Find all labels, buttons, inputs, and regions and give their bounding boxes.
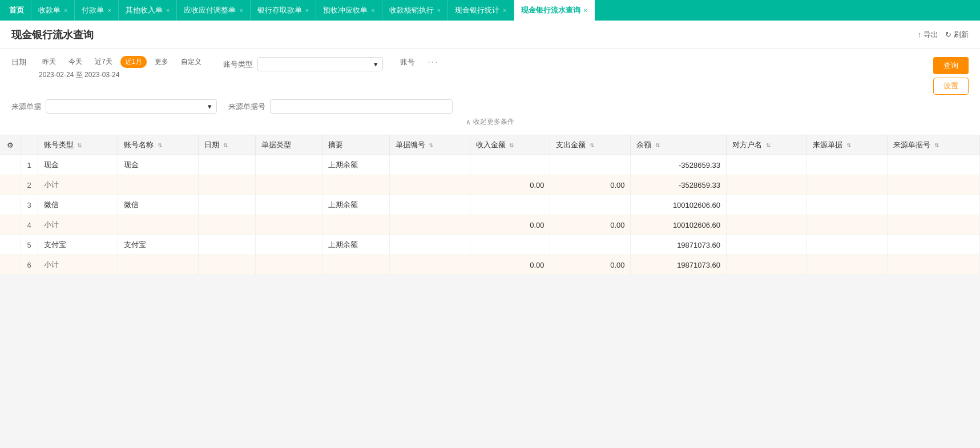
close-icon[interactable]: ×: [371, 7, 374, 14]
nav-tab-advance[interactable]: 预收冲应收单 ×: [316, 0, 382, 21]
th-counterparty[interactable]: 对方户名 ⇅: [727, 135, 807, 155]
account-type-filter: 账号类型 ▾: [223, 57, 383, 71]
collapse-bar[interactable]: ∧ 收起更多条件: [11, 114, 969, 128]
page-title: 现金银行流水查询: [11, 28, 94, 42]
close-icon[interactable]: ×: [239, 7, 243, 14]
close-icon[interactable]: ×: [503, 7, 506, 14]
close-icon[interactable]: ×: [305, 7, 309, 14]
th-doc-no[interactable]: 单据编号 ⇅: [389, 135, 470, 155]
table-row[interactable]: 1现金现金上期余额-3528659.33: [0, 155, 980, 175]
export-button[interactable]: ↑ 导出: [918, 30, 939, 40]
date-options: 昨天 今天 近7天 近1月 更多 自定义: [38, 56, 206, 68]
th-income[interactable]: 收入金额 ⇅: [470, 135, 550, 155]
nav-tab-verify[interactable]: 收款核销执行 ×: [382, 0, 448, 21]
refresh-icon: ↻: [945, 30, 951, 39]
close-icon[interactable]: ×: [437, 7, 441, 14]
th-date[interactable]: 日期 ⇅: [199, 135, 255, 155]
source-doc-label: 来源单据: [11, 102, 41, 112]
nav-tab-adjust[interactable]: 应收应付调整单 ×: [177, 0, 250, 21]
data-table-container: ⚙ 账号类型 ⇅ 账号名称 ⇅ 日期 ⇅ 单据类型 摘要 单据编号 ⇅ 收入金额…: [0, 135, 980, 275]
date-opt-more[interactable]: 更多: [150, 56, 173, 68]
header-actions: ↑ 导出 ↻ 刷新: [918, 30, 969, 40]
account-type-label: 账号类型: [223, 59, 253, 70]
th-source-doc[interactable]: 来源单据 ⇅: [807, 135, 888, 155]
source-doc-no-input[interactable]: [270, 99, 453, 114]
table-row[interactable]: 6小计0.000.0019871073.60: [0, 255, 980, 275]
source-doc-no-label: 来源单据号: [228, 102, 265, 112]
table-row[interactable]: 2小计0.000.00-3528659.33: [0, 175, 980, 195]
date-opt-7days[interactable]: 近7天: [90, 56, 117, 68]
date-opt-yesterday[interactable]: 昨天: [38, 56, 61, 68]
top-navigation: 首页 收款单 × 付款单 × 其他收入单 × 应收应付调整单 × 银行存取款单 …: [0, 0, 980, 21]
nav-tab-stats[interactable]: 现金银行统计 ×: [448, 0, 514, 21]
th-config[interactable]: ⚙: [0, 135, 21, 155]
query-button[interactable]: 查询: [933, 57, 969, 74]
close-icon[interactable]: ×: [64, 7, 67, 14]
filter-second-row: 来源单据 ▾ 来源单据号: [11, 99, 969, 114]
page-header: 现金银行流水查询 ↑ 导出 ↻ 刷新: [0, 21, 980, 49]
data-table: ⚙ 账号类型 ⇅ 账号名称 ⇅ 日期 ⇅ 单据类型 摘要 单据编号 ⇅ 收入金额…: [0, 135, 980, 275]
close-icon[interactable]: ×: [166, 7, 170, 14]
nav-tab-home[interactable]: 首页: [2, 0, 31, 21]
date-filter: 日期 昨天 今天 近7天 近1月 更多 自定义 2023-02-24 至 202…: [11, 56, 206, 80]
th-balance[interactable]: 余额 ⇅: [631, 135, 727, 155]
date-opt-1month[interactable]: 近1月: [120, 56, 147, 68]
close-icon[interactable]: ×: [584, 7, 587, 14]
th-account-name[interactable]: 账号名称 ⇅: [118, 135, 199, 155]
settings-button[interactable]: 设置: [933, 78, 969, 95]
export-icon: ↑: [918, 30, 922, 39]
account-filter: 账号 ···: [400, 57, 438, 67]
chevron-down-icon: ▾: [208, 102, 212, 111]
table-row[interactable]: 5支付宝支付宝上期余额19871073.60: [0, 235, 980, 255]
account-label: 账号: [400, 57, 423, 67]
nav-tab-receipt[interactable]: 收款单 ×: [31, 0, 75, 21]
table-body: 1现金现金上期余额-3528659.332小计0.000.00-3528659.…: [0, 155, 980, 275]
table-row[interactable]: 4小计0.000.00100102606.60: [0, 215, 980, 235]
refresh-button[interactable]: ↻ 刷新: [945, 30, 969, 40]
th-index: [21, 135, 38, 155]
date-label: 日期: [11, 57, 34, 67]
th-source-doc-no[interactable]: 来源单据号 ⇅: [888, 135, 980, 155]
close-icon[interactable]: ×: [107, 7, 111, 14]
th-doc-type: 单据类型: [255, 135, 322, 155]
nav-tab-payment[interactable]: 付款单 ×: [75, 0, 118, 21]
account-type-select[interactable]: ▾: [257, 57, 383, 71]
account-dots-button[interactable]: ···: [428, 57, 438, 67]
date-range-display: 2023-02-24 至 2023-03-24: [39, 71, 119, 79]
source-doc-select[interactable]: ▾: [46, 99, 217, 114]
chevron-down-icon: ▾: [374, 60, 378, 68]
date-opt-today[interactable]: 今天: [64, 56, 87, 68]
table-header-row: ⚙ 账号类型 ⇅ 账号名称 ⇅ 日期 ⇅ 单据类型 摘要 单据编号 ⇅ 收入金额…: [0, 135, 980, 155]
date-opt-custom[interactable]: 自定义: [176, 56, 206, 68]
table-row[interactable]: 3微信微信上期余额100102606.60: [0, 195, 980, 215]
nav-tab-other-income[interactable]: 其他收入单 ×: [119, 0, 177, 21]
nav-tab-flow-query[interactable]: 现金银行流水查询 ×: [514, 0, 595, 21]
chevron-up-icon: ∧: [466, 118, 471, 126]
th-summary: 摘要: [322, 135, 389, 155]
filter-area: 日期 昨天 今天 近7天 近1月 更多 自定义 2023-02-24 至 202…: [0, 49, 980, 135]
th-expense[interactable]: 支出金额 ⇅: [550, 135, 631, 155]
th-account-type[interactable]: 账号类型 ⇅: [38, 135, 118, 155]
nav-tab-bank-deposit[interactable]: 银行存取款单 ×: [251, 0, 316, 21]
